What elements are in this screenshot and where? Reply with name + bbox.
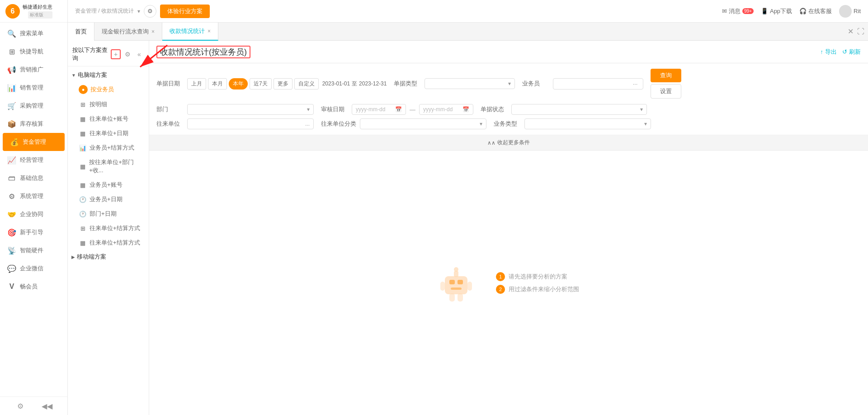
sidebar-label-hardware: 智能硬件 [20,246,43,255]
close-window-icon[interactable]: ✕ [848,27,854,36]
tree-item-dept-date[interactable]: 🕐 部门+日期 [68,207,149,221]
sidebar-item-hardware[interactable]: 📡 智能硬件 [0,241,67,259]
message-button[interactable]: ✉ 消息 99+ [722,7,754,15]
maximize-window-icon[interactable]: ⛶ [857,28,864,36]
collapse-more-bar[interactable]: ∧∧ 收起更多条件 [149,135,868,151]
date-tab-custom[interactable]: 自定义 [294,78,319,90]
sidebar-item-nav[interactable]: ⊞ 快捷导航 [0,42,67,61]
partner-select[interactable]: ... [187,118,314,129]
sidebar-item-purchase[interactable]: 🛒 采购管理 [0,97,67,115]
date-tab-this-year[interactable]: 本年 [229,78,248,90]
dept-select[interactable]: ▾ [187,104,314,115]
sidebar-label-guide: 新手引导 [20,228,43,236]
partner-type-select[interactable]: ▾ [360,118,486,129]
sidebar-bottom: ⚙ ◀◀ [0,396,67,415]
biz-type-select[interactable]: ▾ [524,118,651,129]
tree-item-partner-account[interactable]: ▦ 往来单位+账号 [68,112,149,126]
user-profile[interactable]: Rit [839,5,861,18]
page-title-bar: 收款情况统计(按业务员) ↑ 导出 ↺ 刷新 [149,41,868,63]
tree-item-salesman-account[interactable]: ▦ 业务员+账号 [68,178,149,192]
sidebar-item-marketing[interactable]: 📢 营销推广 [0,61,67,79]
settings-button[interactable]: 设置 [651,84,681,99]
search-area: 单据日期 上月 本月 本年 近7天 更多 自定义 2023-01-01 至 [149,63,868,135]
tree-item-salesman-date[interactable]: 🕐 业务员+日期 [68,192,149,207]
sidebar-item-member[interactable]: V 畅会员 [0,278,67,296]
salesman-field: 业务员 ··· [522,78,643,90]
tree-group-mobile-label: 移动端方案 [77,253,106,261]
service-icon: 🎧 [799,8,807,14]
calendar-to-icon[interactable]: 📅 [462,106,469,113]
page-title-text: 收款情况统计(按业务员) [156,46,250,58]
tab-receipt-close-icon[interactable]: × [208,28,211,34]
salesman-select[interactable]: ··· [553,78,643,90]
query-button[interactable]: 查询 [651,69,681,82]
collapse-sidebar-icon[interactable]: ◀◀ [42,401,52,411]
tab-home[interactable]: 首页 [68,23,94,41]
tab-bank[interactable]: 现金银行流水查询 × [94,23,162,41]
app-download-button[interactable]: 📱 App下载 [761,7,792,15]
sidebar-item-inventory[interactable]: 📦 库存核算 [0,115,67,133]
member-icon: V [7,282,16,291]
add-scheme-button[interactable]: + [111,49,121,59]
tab-bank-close-icon[interactable]: × [151,28,155,35]
doc-type-select[interactable]: ▾ [425,78,515,89]
partner-field: 往来单位 ... [156,118,314,129]
partner-type-label: 往来单位分类 [321,120,356,128]
date-tab-last-month[interactable]: 上月 [187,78,206,90]
sidebar-item-base[interactable]: 🗃 基础信息 [0,169,67,187]
sidebar-item-sales[interactable]: 📊 销售管理 [0,79,67,97]
header-gear-button[interactable]: ⚙ [144,5,156,18]
settings-bottom-icon[interactable]: ⚙ [15,401,26,411]
review-date-from[interactable]: yyyy-mm-dd 📅 [352,104,406,115]
tree-item-partner-settle1-label: 往来单位+结算方式 [90,224,140,232]
partner-label: 往来单位 [156,120,184,128]
scheme-gear-icon: ⚙ [125,51,131,58]
collapse-icon: « [137,51,141,58]
breadcrumb-dropdown-icon[interactable]: ▾ [137,8,140,14]
export-button[interactable]: ↑ 导出 [821,48,837,56]
guide-icon: 🎯 [7,228,16,237]
sidebar-item-search[interactable]: 🔍 搜索菜单 [0,24,67,42]
svg-rect-1 [449,280,455,284]
tree-item-partner-dept[interactable]: ▦ 按往来单位+部门+收... [68,155,149,178]
scheme-settings-button[interactable]: ⚙ [123,49,132,59]
online-service-button[interactable]: 🎧 在线客服 [799,7,832,15]
sidebar-label-system: 系统管理 [20,192,43,200]
collapse-panel-button[interactable]: « [134,49,144,59]
sidebar-item-finance[interactable]: 💰 资金管理 [3,133,65,151]
sidebar: 6 畅捷通好生意 标准版 🔍 搜索菜单 ⊞ 快捷导航 📢 营销推广 📊 销售管理… [0,0,68,415]
date-tab-this-month[interactable]: 本月 [208,78,227,90]
tree-group-pc-header[interactable]: ▼ 电脑端方案 [68,68,149,82]
tree-item-salesman[interactable]: ● 按业务员 [68,82,149,97]
date-tab-7days[interactable]: 近7天 [250,78,272,90]
sidebar-item-guide[interactable]: 🎯 新手引导 [0,223,67,241]
tree-item-detail[interactable]: ⊞ 按明细 [68,97,149,112]
tree-item-partner-settle2[interactable]: ▦ 往来单位+结算方式 [68,236,149,250]
review-date-to[interactable]: yyyy-mm-dd 📅 [419,104,473,115]
refresh-button[interactable]: ↺ 刷新 [842,48,861,56]
sidebar-label-member: 畅会员 [20,283,38,291]
calendar-from-icon[interactable]: 📅 [395,106,402,113]
doc-type-dropdown-icon: ▾ [508,80,511,87]
sidebar-item-system[interactable]: ⚙ 系统管理 [0,187,67,205]
doc-status-select[interactable]: ▾ [511,104,647,115]
partner-more-icon[interactable]: ... [305,121,310,127]
hardware-icon: 📡 [7,246,16,255]
date-tab-more[interactable]: 更多 [274,78,292,90]
sidebar-item-ops[interactable]: 📈 经营管理 [0,151,67,169]
tree-item-salesman-settle[interactable]: 📊 业务员+结算方式 [68,141,149,155]
sidebar-item-wechat[interactable]: 💬 企业微信 [0,259,67,278]
tab-receipt[interactable]: 收款情况统计 × [162,23,218,41]
sidebar-item-corp[interactable]: 🤝 企业协同 [0,205,67,223]
biz-type-label: 业务类型 [494,120,521,128]
svg-rect-0 [445,276,467,294]
tree-group-mobile-header[interactable]: ▶ 移动端方案 [68,250,149,264]
system-icon: ⚙ [7,192,16,201]
app-download-icon: 📱 [761,8,768,14]
base-icon: 🗃 [7,174,16,183]
trial-industry-button[interactable]: 体验行业方案 [160,5,210,18]
tree-item-partner-date[interactable]: ▦ 往来单位+日期 [68,126,149,141]
tree-item-salesman-label: 按业务员 [90,85,114,94]
tree-item-partner-settle1[interactable]: ⊞ 往来单位+结算方式 [68,221,149,236]
date-to: 2023-12-31 [359,80,387,87]
